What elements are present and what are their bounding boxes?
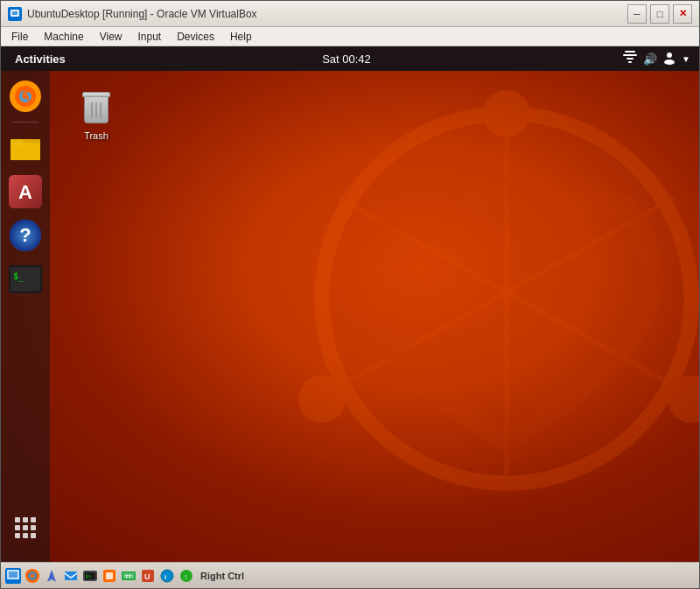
user-icon[interactable] [662, 51, 676, 67]
dock-separator-1 [12, 122, 38, 123]
activities-button[interactable]: Activities [10, 51, 71, 67]
menu-bar: File Machine View Input Devices Help [1, 27, 699, 46]
dock-files[interactable] [7, 130, 44, 166]
taskbar-icon-3[interactable] [43, 567, 60, 585]
trash-icon-image [78, 90, 115, 127]
taskbar-icon-8[interactable]: U [139, 567, 157, 585]
svg-text:$_: $_ [13, 271, 24, 282]
dock-apps-grid[interactable] [7, 509, 44, 546]
windows-taskbar: $> TT U [1, 562, 699, 588]
trash-label: Trash [84, 130, 108, 141]
menu-view[interactable]: View [93, 29, 130, 45]
network-icon[interactable] [622, 51, 638, 67]
trash-body [84, 97, 108, 123]
dock-help[interactable]: ? [7, 217, 44, 254]
svg-text:↑: ↑ [184, 572, 188, 581]
taskbar-icon-10[interactable]: ↑ [178, 567, 195, 585]
trash-line-3 [100, 102, 102, 118]
window-controls: ─ □ ✕ [627, 4, 692, 24]
topbar-system-icons: 🔊 ▼ [622, 51, 690, 67]
taskbar-icon-2[interactable] [24, 567, 41, 585]
svg-text:i: i [164, 573, 166, 581]
svg-text:U: U [144, 572, 150, 581]
apps-grid-icon [15, 517, 36, 538]
trash-line-1 [91, 102, 93, 118]
menu-devices[interactable]: Devices [170, 29, 221, 45]
svg-point-50 [161, 570, 173, 582]
taskbar-icon-1[interactable] [4, 567, 22, 585]
svg-text:TT: TT [125, 574, 132, 579]
topbar-menu-icon[interactable]: ▼ [682, 54, 690, 64]
svg-rect-39 [65, 571, 77, 580]
svg-point-38 [30, 573, 35, 578]
close-button[interactable]: ✕ [673, 4, 692, 24]
taskbar-icon-5[interactable]: $> [81, 567, 99, 585]
svg-text:A: A [18, 181, 32, 203]
svg-rect-5 [626, 58, 634, 60]
trash-desktop-icon[interactable]: Trash [66, 87, 127, 144]
svg-text:?: ? [19, 224, 31, 246]
right-ctrl-label: Right Ctrl [200, 571, 244, 581]
svg-rect-2 [12, 11, 18, 15]
menu-help[interactable]: Help [223, 29, 259, 45]
maximize-button[interactable]: □ [650, 4, 669, 24]
volume-icon[interactable]: 🔊 [643, 53, 657, 66]
ubuntu-dock: A ? [1, 71, 50, 562]
virtualbox-window: UbuntuDesktop [Running] - Oracle VM Virt… [0, 0, 700, 589]
svg-rect-21 [10, 143, 40, 160]
taskbar-icon-6[interactable] [101, 567, 118, 585]
dock-terminal[interactable]: $_ [7, 261, 44, 298]
desktop-icons-area: Trash [59, 80, 699, 527]
svg-rect-35 [9, 571, 18, 578]
taskbar-icon-9[interactable]: i [158, 567, 176, 585]
svg-rect-3 [625, 51, 635, 53]
vm-content: Activities Sat 00:42 🔊 [1, 46, 699, 588]
menu-file[interactable]: File [4, 29, 35, 45]
menu-input[interactable]: Input [131, 29, 169, 45]
menu-machine[interactable]: Machine [37, 29, 90, 45]
svg-rect-4 [623, 54, 637, 56]
taskbar-icon-4[interactable] [62, 567, 80, 585]
dock-firefox[interactable] [7, 78, 44, 115]
svg-rect-44 [106, 572, 113, 579]
topbar-clock: Sat 00:42 [71, 53, 622, 66]
svg-rect-6 [628, 61, 632, 63]
ubuntu-desktop: A ? [1, 71, 699, 562]
trash-line-2 [95, 102, 97, 118]
minimize-button[interactable]: ─ [627, 4, 647, 24]
svg-point-8 [664, 60, 675, 65]
title-bar: UbuntuDesktop [Running] - Oracle VM Virt… [1, 1, 699, 27]
dock-software-center[interactable]: A [7, 173, 44, 210]
svg-text:$>: $> [86, 573, 91, 578]
taskbar-icon-7[interactable]: TT [120, 567, 137, 585]
ubuntu-topbar: Activities Sat 00:42 🔊 [1, 46, 699, 71]
svg-rect-23 [10, 139, 23, 144]
virtualbox-icon [8, 7, 22, 21]
svg-point-7 [667, 53, 672, 58]
trash-can-graphic [81, 92, 111, 125]
window-title: UbuntuDesktop [Running] - Oracle VM Virt… [27, 8, 627, 20]
